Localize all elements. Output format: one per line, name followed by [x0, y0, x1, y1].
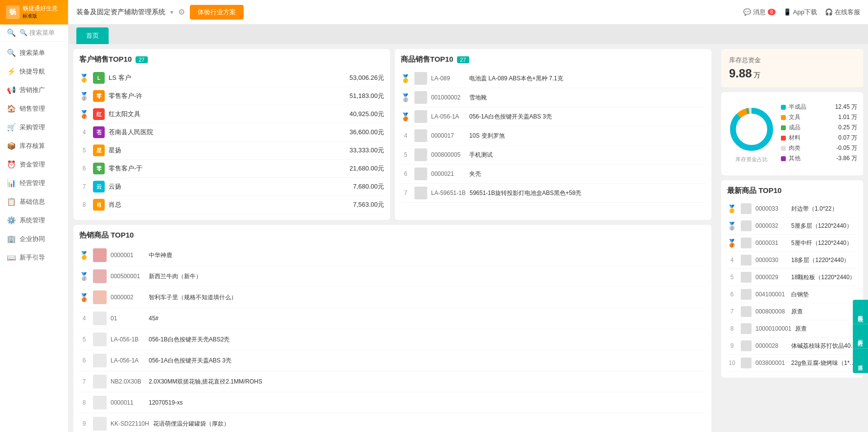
customer-rank-row[interactable]: 5 星 星扬 33,333.00元	[79, 142, 384, 160]
new-product-row[interactable]: 7 000800008 原查	[727, 303, 857, 320]
content-left: 客户销售TOP10 27 🥇 L LS 客户 53,006.26元 🥈 零 零售…	[69, 44, 716, 432]
hot-product-row[interactable]: 8 0000011 12070519-xs	[79, 392, 706, 413]
rank-num: 6	[79, 357, 89, 364]
product-sales-row[interactable]: 🥉 LA-056-1A 056-1A白色按键开关盖ABS 3壳	[401, 107, 706, 126]
rank-num: 6	[401, 170, 411, 177]
sidebar-item-purchase[interactable]: 🛒 采购管理	[0, 118, 68, 137]
customer-rank-row[interactable]: 6 零 零售客户-于 21,680.00元	[79, 160, 384, 178]
customer-rank-row[interactable]: 🥉 红 红太阳文具 40,925.00元	[79, 105, 384, 123]
product-sales-row[interactable]: 5 000800005 手机测试	[401, 145, 706, 165]
gold-medal-icon: 🥇	[79, 73, 89, 83]
sidebar-item-label: 库存核算	[20, 142, 45, 150]
product-code: 000800005	[431, 151, 465, 158]
hot-product-row[interactable]: 7 NB2.0X30B 2.0X30MM双搓花轴,搓花直径2.1MM/ROHS	[79, 371, 706, 392]
topbar-gear-icon[interactable]: ⚙	[178, 7, 185, 17]
customer-rank-row[interactable]: 🥈 零 零售客户-许 51,183.00元	[79, 87, 384, 105]
hot-product-row[interactable]: 🥇 0000001 中华神鹿	[79, 245, 706, 266]
hot-product-row[interactable]: 🥈 000500001 新西兰牛肉（新牛）	[79, 266, 706, 287]
topbar: 装备及固定资产辅助管理系统 ▾ ⚙ 体验行业方案 💬 消息 6 📱 App下载 …	[69, 0, 868, 24]
customer-rank-row[interactable]: 🥇 L LS 客户 53,006.26元	[79, 69, 384, 87]
rank-num: 9	[727, 342, 737, 349]
new-product-name: 白钢垫	[791, 290, 857, 299]
guide-icon: 📖	[7, 253, 16, 262]
new-product-row[interactable]: 8 10000100001 原查	[727, 320, 857, 337]
float-button-1[interactable]: 服务社区	[853, 324, 868, 349]
online-service-button[interactable]: 🎧 在线客服	[825, 8, 860, 17]
sidebar-item-operations[interactable]: 📊 经营管理	[0, 174, 68, 192]
product-sales-row[interactable]: 7 LA-59651-1B 59651-1B旋转投影灯电池盒ABS黑色+58壳	[401, 184, 706, 203]
new-product-row[interactable]: 🥈 0000032 5厘多层（1220*2440）	[727, 217, 857, 235]
app-download-button[interactable]: 📱 App下载	[783, 8, 817, 17]
customer-rank-row[interactable]: 7 云 云扬 7,680.00元	[79, 178, 384, 196]
sidebar-item-search[interactable]: 🔍 搜索菜单	[0, 44, 68, 62]
tab-home[interactable]: 首页	[76, 27, 109, 44]
legend-item: 半成品 12.45 万	[781, 103, 857, 111]
float-button-2[interactable]: 直播	[853, 349, 868, 373]
legend-value: -3.86 万	[836, 154, 857, 163]
hot-product-row[interactable]: 5 LA-056-1B 056-1B白色按键开关壳ABS2壳	[79, 329, 706, 350]
product-sales-row[interactable]: 🥈 001000002 雪地靴	[401, 88, 706, 107]
customer-rank-row[interactable]: 8 肖 肖总 7,563.00元	[79, 196, 384, 214]
sidebar-item-company[interactable]: 🏢 企业协同	[0, 230, 68, 248]
sidebar-item-guide[interactable]: 📖 新手引导	[0, 248, 68, 267]
new-product-code: 000800008	[755, 308, 787, 315]
topbar-title: 装备及固定资产辅助管理系统	[76, 8, 165, 17]
new-product-row[interactable]: 4 0000030 18多层（1220*2440）	[727, 252, 857, 269]
new-product-name: 5厘中纤（1220*2440）	[791, 239, 857, 247]
float-button-0[interactable]: 客服热线	[853, 300, 868, 324]
hot-products-title: 热销商品 TOP10	[79, 231, 134, 240]
hot-product-row[interactable]: 🥉 0000002 智利车子里（规格不知道填什么）	[79, 287, 706, 308]
new-product-row[interactable]: 10 003800001 22g鱼豆腐-烧烤味（1*12*20）	[727, 355, 857, 372]
try-plan-button[interactable]: 体验行业方案	[190, 5, 244, 20]
sidebar-item-label: 系统管理	[20, 216, 45, 225]
rank-num: 4	[79, 315, 89, 322]
sales-icon: 🏠	[7, 104, 16, 113]
legend-color-dot	[781, 146, 786, 151]
sidebar-item-search[interactable]: 🔍 🔍 搜索菜单	[0, 24, 68, 42]
sidebar-item-sales[interactable]: 🏠 销售管理	[0, 99, 68, 118]
rank-num: 4	[79, 129, 89, 136]
sidebar-item-marketing[interactable]: 📢 营销推广	[0, 81, 68, 99]
chart-area: 库存资金占比 半成品 12.45 万 文具 1.01 万 成品 0.25 万 材…	[727, 103, 857, 165]
new-product-row[interactable]: 🥉 0000031 5厘中纤（1220*2440）	[727, 235, 857, 252]
sidebar-item-finance[interactable]: ⏰ 资金管理	[0, 155, 68, 174]
sidebar-item-shortcuts[interactable]: ⚡ 快捷导航	[0, 62, 68, 81]
hot-product-row[interactable]: 4 01 45#	[79, 308, 706, 329]
customer-value: 33,333.00元	[349, 146, 384, 155]
topbar-dropdown-icon[interactable]: ▾	[170, 9, 173, 16]
new-product-name: 18多层（1220*2440）	[791, 256, 857, 264]
product-sales-row[interactable]: 6 0000021 夹壳	[401, 165, 706, 184]
message-button[interactable]: 💬 消息 6	[743, 8, 776, 17]
inventory-total-value-row: 9.88 万	[729, 67, 855, 80]
new-product-row[interactable]: 9 0000028 体碱荔枝味苏打饮品400毫升（1*15）	[727, 337, 857, 355]
newest-products-list: 🥇 0000033 封边带（1.0*22） 🥈 0000032 5厘多层（122…	[727, 200, 857, 372]
sidebar-item-system[interactable]: ⚙️ 系统管理	[0, 211, 68, 230]
hot-product-row[interactable]: 9 KK-SD22110H 花语萌俚温分罐罐袋（厚款）	[79, 413, 706, 432]
logo-sub: 标准版	[23, 13, 58, 20]
new-product-name: 封边带（1.0*22）	[791, 205, 857, 213]
customer-name: 云扬	[109, 182, 349, 191]
company-icon: 🏢	[7, 235, 16, 243]
product-image	[93, 312, 107, 325]
customer-name: 零售客户-于	[109, 164, 345, 173]
customer-rank-row[interactable]: 4 苍 苍南县人民医院 36,600.00元	[79, 123, 384, 142]
product-sales-row[interactable]: 🥇 LA-089 电池盖 LA-089 ABS本色+黑种 7.1克	[401, 69, 706, 88]
rank-num: 8	[79, 399, 89, 406]
new-product-row[interactable]: 6 004100001 白钢垫	[727, 286, 857, 303]
product-name: 电池盖 LA-089 ABS本色+黑种 7.1克	[469, 74, 706, 83]
new-product-thumb	[741, 289, 752, 300]
new-product-row[interactable]: 5 0000029 18颗粒板（1220*2440）	[727, 269, 857, 286]
new-product-row[interactable]: 🥇 0000033 封边带（1.0*22）	[727, 200, 857, 217]
sidebar-item-basic[interactable]: 📋 基础信息	[0, 192, 68, 211]
silver-medal-icon: 🥈	[79, 272, 89, 281]
legend-label: 其他	[789, 154, 833, 163]
sidebar-item-inventory[interactable]: 📦 库存核算	[0, 137, 68, 155]
newest-products-title: 最新商品 TOP10	[727, 186, 781, 195]
product-thumb	[414, 168, 427, 180]
customer-value: 51,183.00元	[349, 92, 384, 100]
phone-icon: 📱	[783, 8, 791, 16]
hot-product-row[interactable]: 6 LA-056-1A 056-1A白色按键开关盖ABS 3壳	[79, 350, 706, 371]
product-sales-row[interactable]: 4 0000017 10S 变刹罗煞	[401, 126, 706, 145]
new-product-code: 0000032	[755, 222, 787, 229]
customer-name: 苍南县人民医院	[109, 128, 345, 137]
